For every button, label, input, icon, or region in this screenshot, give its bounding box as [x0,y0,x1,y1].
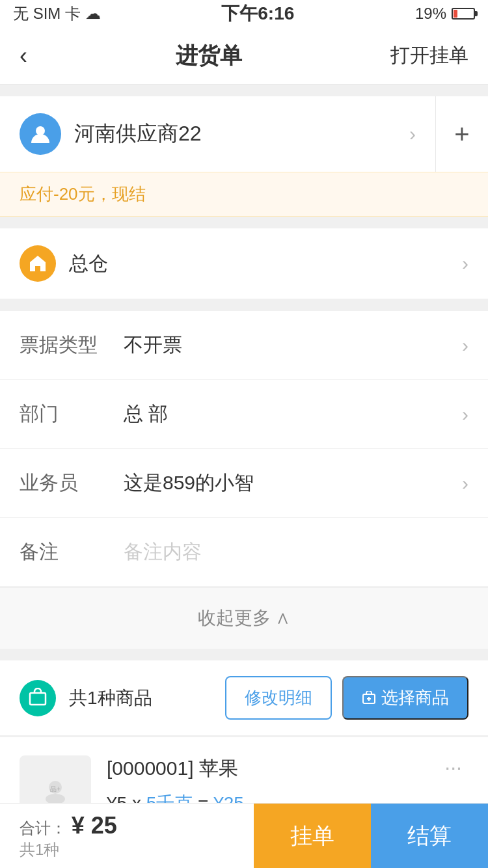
total-count: 共1种 [20,839,234,860]
svg-point-0 [36,126,45,135]
add-supplier-button[interactable]: + [436,120,488,149]
product-more-button[interactable]: ··· [438,755,468,780]
product-section-header: 共1种商品 修改明细 选择商品 [0,660,488,736]
page-title: 进货单 [176,41,242,71]
department-value: 总 部 [124,401,462,427]
invoice-type-label: 票据类型 [20,332,124,359]
salesperson-row[interactable]: 业务员 这是859的小智 › [0,449,488,518]
battery-icon [452,8,475,20]
total-section: 合计： ¥ 25 共1种 [0,812,254,860]
product-section-icon [20,680,56,716]
divider-4 [0,649,488,660]
invoice-type-value: 不开票 [124,332,462,359]
status-time: 下午6:16 [221,1,294,26]
department-chevron-icon: › [462,403,468,426]
invoice-type-chevron-icon: › [462,334,468,357]
sim-label: 无 SIM 卡 ☁ [13,3,101,24]
supplier-name: 河南供应商22 [74,120,409,148]
status-left: 无 SIM 卡 ☁ [13,3,101,24]
select-product-label: 选择商品 [381,686,449,709]
divider-1 [0,85,488,96]
supplier-selector[interactable]: 河南供应商22 › [0,96,436,172]
remark-label: 备注 [20,539,124,565]
remark-row[interactable]: 备注 备注内容 [0,518,488,587]
salesperson-label: 业务员 [20,470,124,496]
status-right: 19% [415,5,475,23]
cart-add-icon [362,691,376,705]
svg-text:品+: 品+ [50,785,61,793]
product-name: [0000001] 苹果 [107,755,438,782]
department-label: 部门 [20,401,124,427]
total-label: 合计： [20,819,66,837]
total-row: 合计： ¥ 25 [20,812,234,839]
divider-2 [0,217,488,228]
home-icon [27,253,48,274]
collapse-more-button[interactable]: 收起更多 ∧ [0,587,488,649]
select-product-button[interactable]: 选择商品 [342,676,468,720]
product-count-label: 共1种商品 [69,686,225,711]
warehouse-name: 总仓 [69,251,462,277]
supplier-avatar [20,113,61,155]
supplier-section: 河南供应商22 › + [0,96,488,172]
total-amount: ¥ 25 [72,812,117,839]
checkout-button[interactable]: 结算 [371,804,488,868]
supplier-chevron-icon: › [409,123,416,145]
remark-input[interactable]: 备注内容 [124,539,468,565]
bottom-bar: 合计： ¥ 25 共1种 挂单 结算 [0,803,488,868]
battery-percent: 19% [415,5,446,23]
notice-banner: 应付-20元，现结 [0,172,488,217]
salesperson-chevron-icon: › [462,472,468,495]
svg-rect-1 [30,693,46,705]
back-button[interactable]: ‹ [20,42,27,70]
warehouse-selector[interactable]: 总仓 › [0,228,488,299]
warehouse-chevron-icon: › [462,252,468,275]
open-pending-button[interactable]: 打开挂单 [390,42,468,69]
salesperson-value: 这是859的小智 [124,470,462,496]
nav-bar: ‹ 进货单 打开挂单 [0,27,488,85]
invoice-type-row[interactable]: 票据类型 不开票 › [0,311,488,380]
edit-detail-button[interactable]: 修改明细 [225,676,332,720]
warehouse-icon [20,245,56,282]
suspend-button[interactable]: 挂单 [254,804,371,868]
status-bar: 无 SIM 卡 ☁ 下午6:16 19% [0,0,488,27]
person-icon [29,122,52,146]
cart-icon [27,688,48,709]
divider-3 [0,299,488,311]
department-row[interactable]: 部门 总 部 › [0,380,488,449]
